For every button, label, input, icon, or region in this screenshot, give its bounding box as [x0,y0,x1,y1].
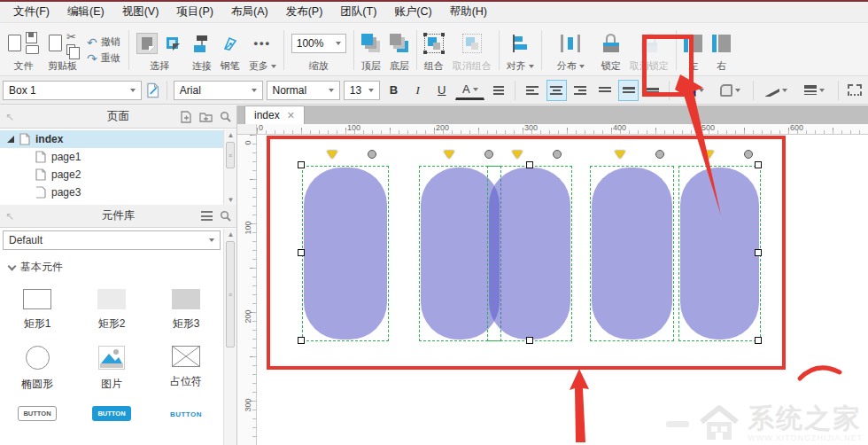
align-right-group[interactable]: 右 [708,25,736,75]
widget-item-button[interactable]: BUTTON [0,395,74,421]
scroll-up-icon[interactable]: ▲ [224,229,237,239]
lock-group[interactable]: 锁定 [597,25,625,75]
redo-button[interactable]: ↷重做 [87,51,120,65]
bullet-list-button[interactable] [488,80,508,101]
menu-publish[interactable]: 发布(P) [278,2,331,22]
widget-item-rect1[interactable]: 矩形1 [0,278,74,332]
text-align-center-button[interactable] [546,80,567,101]
basic-widgets-section[interactable]: 基本元件 [0,253,236,278]
selection-outline-5 [678,166,761,341]
page-item-page1[interactable]: page1 [0,148,236,166]
resize-handle[interactable] [298,337,305,344]
library-select[interactable]: Default [3,230,221,250]
font-color-button[interactable]: A [455,81,484,100]
page-item-index[interactable]: index [0,130,236,148]
text-align-left-button[interactable] [522,80,542,101]
menu-team[interactable]: 团队(T) [332,2,384,22]
menu-project[interactable]: 项目(P) [168,2,221,22]
select-contain-icon[interactable] [162,33,183,54]
font-weight-select[interactable]: Normal [267,81,340,100]
add-folder-icon[interactable] [199,111,213,122]
save-icon[interactable] [26,32,37,43]
widgets-scrollbar[interactable]: ▲ ≡ [223,229,236,445]
underline-button[interactable]: U [431,80,452,101]
scroll-thumb[interactable]: ≡ [226,142,235,168]
collapse-panel-icon[interactable]: ↖ [5,210,14,222]
widget-item-rect2[interactable]: 矩形2 [74,278,149,332]
zoom-select[interactable]: 100% [291,34,346,53]
resize-handle[interactable] [755,161,762,168]
font-size-select[interactable]: 13 [344,81,380,100]
widget-style-select[interactable]: Box 1 [3,81,142,100]
scroll-up-icon[interactable]: ▲ [224,129,237,140]
style-toolbar: Box 1 Arial Normal 13 B I U A [0,76,868,105]
text-align-right-button[interactable] [570,80,591,101]
valign-top-button[interactable] [594,80,615,101]
bring-front-group[interactable]: 顶层 [357,25,385,75]
copy-icon[interactable] [66,44,75,55]
widget-item-button-primary[interactable]: BUTTON [74,395,149,421]
resize-handle[interactable] [298,161,305,168]
select-intersect-icon[interactable] [136,33,158,54]
menu-help[interactable]: 帮助(H) [442,2,495,22]
scroll-thumb[interactable]: ≡ [226,241,235,347]
resize-handle[interactable] [526,337,533,344]
design-canvas[interactable] [257,135,868,445]
widget-item-rect3[interactable]: 矩形3 [149,278,223,332]
file-group[interactable]: 文件 [4,25,43,75]
valign-middle-button[interactable] [618,80,639,101]
align-group[interactable]: 对齐 [502,25,539,75]
distribute-group[interactable]: 分布 [545,25,597,75]
widget-item-ellipse[interactable]: 椭圆形 [0,335,74,392]
add-page-icon[interactable] [180,111,192,123]
resize-handle[interactable] [526,161,533,168]
unlock-group[interactable]: 取消锁定 [625,25,673,75]
send-back-group[interactable]: 底层 [385,25,414,75]
tab-index[interactable]: index ✕ [244,105,305,124]
pen-group[interactable]: 钢笔 [216,25,244,75]
widget-item-placeholder[interactable]: 占位符 [149,335,223,392]
page-item-page3[interactable]: page3 [0,183,236,201]
connect-group[interactable]: 连接 [188,25,216,75]
close-tab-icon[interactable]: ✕ [287,110,295,121]
more-group[interactable]: ••• 更多 [244,25,281,75]
group-group[interactable]: 组合 [420,25,448,75]
border-style-button[interactable] [845,80,865,101]
open-icon[interactable] [26,45,39,54]
pages-scrollbar[interactable]: ▲ ≡ ▼ [223,129,236,205]
corner-radius-button[interactable] [714,80,747,101]
font-family-select[interactable]: Arial [174,81,263,100]
menu-layout[interactable]: 布局(A) [223,2,276,22]
widget-item-image[interactable]: 图片 [74,335,149,392]
widgets-menu-icon[interactable] [201,211,213,221]
bold-button[interactable]: B [384,80,404,101]
menu-file[interactable]: 文件(F) [5,2,58,22]
resize-handle[interactable] [755,337,762,344]
fill-color-button[interactable] [676,80,710,101]
menu-account[interactable]: 账户(C) [386,2,439,22]
bring-to-front-icon [361,34,381,53]
pages-search-icon[interactable] [220,111,231,122]
widget-item-button-link[interactable]: BUTTON [149,395,223,421]
edit-style-icon[interactable] [145,82,160,98]
align-left-group[interactable]: 左 [679,25,708,75]
undo-button[interactable]: ↶撤销 [87,35,120,49]
ungroup-group[interactable]: 取消组合 [448,25,496,75]
cut-icon[interactable]: ✂ [66,31,76,43]
line-width-button[interactable] [797,80,832,101]
valign-bottom-button[interactable] [642,80,663,101]
resize-handle[interactable] [755,249,762,256]
resize-handle[interactable] [298,249,305,256]
menu-edit[interactable]: 编辑(E) [59,2,112,22]
page-item-page2[interactable]: page2 [0,166,236,183]
line-color-button[interactable] [760,80,794,101]
new-file-icon[interactable] [8,35,21,51]
widgets-search-icon[interactable] [220,210,231,222]
expander-icon[interactable] [7,136,14,143]
paste-icon[interactable] [49,35,62,51]
italic-button[interactable]: I [407,80,428,101]
clipboard-group[interactable]: ✂ 剪贴板 [43,25,81,75]
collapse-panel-icon[interactable]: ↖ [5,111,14,123]
scroll-down-icon[interactable]: ▼ [224,194,237,205]
menu-view[interactable]: 视图(V) [114,2,167,22]
